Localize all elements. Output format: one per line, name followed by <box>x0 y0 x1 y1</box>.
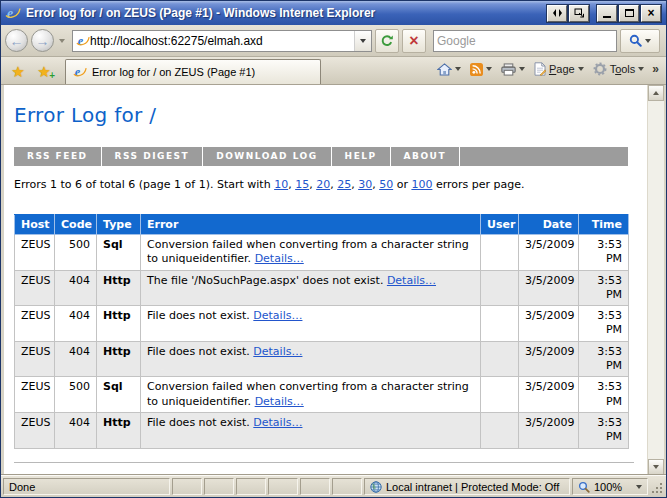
page-menu-label: Page <box>549 63 575 75</box>
status-panel <box>204 478 234 495</box>
resize-grip[interactable] <box>650 478 664 495</box>
history-dropdown-caret-icon[interactable] <box>59 39 65 43</box>
triangle-down-icon <box>653 465 659 469</box>
page-size-link[interactable]: 10 <box>274 178 288 191</box>
minimize-button[interactable] <box>597 5 617 22</box>
details-link[interactable]: Details… <box>253 309 302 322</box>
details-link[interactable]: Details… <box>387 274 436 287</box>
cell-host: ZEUS <box>15 306 55 342</box>
cell-type: Sql <box>97 377 141 413</box>
tab-error-log[interactable]: e Error log for / on ZEUS (Page #1) <box>65 59 321 84</box>
page-favicon-icon: e <box>76 34 90 48</box>
tools-menu-button[interactable]: Tools <box>589 59 649 79</box>
footer-divider <box>14 462 634 463</box>
cell-date: 3/5/2009 <box>519 306 579 342</box>
home-button[interactable] <box>433 60 465 79</box>
gear-icon <box>593 62 607 76</box>
search-button[interactable] <box>620 29 660 53</box>
cell-error: File does not exist. Details… <box>141 306 481 342</box>
nav-item-rss-feed[interactable]: RSS FEED <box>14 147 102 166</box>
col-header-code: Code <box>55 215 97 235</box>
col-header-time: Time <box>579 215 629 235</box>
popout-button[interactable] <box>569 5 589 22</box>
add-favorite-button[interactable]: ★ + <box>31 59 57 83</box>
nav-item-help[interactable]: HELP <box>332 147 391 166</box>
details-link[interactable]: Details… <box>253 345 302 358</box>
zoom-level: 100% <box>594 481 622 493</box>
col-header-type: Type <box>97 215 141 235</box>
nav-item-download-log[interactable]: DOWNLOAD LOG <box>203 147 331 166</box>
close-icon: × <box>647 8 654 18</box>
cell-date: 3/5/2009 <box>519 270 579 306</box>
forward-arrow-icon: → <box>36 34 50 48</box>
cell-type: Http <box>97 270 141 306</box>
triangle-up-icon <box>653 91 659 95</box>
col-header-error: Error <box>141 215 481 235</box>
vertical-scrollbar[interactable] <box>647 85 664 475</box>
cell-type: Sql <box>97 235 141 271</box>
cell-type: Http <box>97 341 141 377</box>
cell-host: ZEUS <box>15 235 55 271</box>
table-row: ZEUS500SqlConversion failed when convert… <box>15 235 629 271</box>
nav-item-about[interactable]: ABOUT <box>391 147 460 166</box>
back-arrow-icon: ← <box>10 34 24 48</box>
forward-button[interactable]: → <box>31 29 54 52</box>
details-link[interactable]: Details… <box>255 252 304 265</box>
favorites-button[interactable]: ★ <box>5 59 31 83</box>
chevron-down-icon <box>455 67 461 71</box>
title-bar: e Error log for / on ZEUS (Page #1) - Wi… <box>1 1 666 25</box>
status-panel <box>300 478 330 495</box>
refresh-button[interactable] <box>375 29 399 53</box>
pager-line: Errors 1 to 6 of total 6 (page 1 of 1). … <box>14 178 641 191</box>
ie-logo-icon: e <box>5 5 21 21</box>
address-toolbar: ← → e × <box>1 25 666 57</box>
back-button[interactable]: ← <box>5 29 28 52</box>
stop-icon: × <box>409 33 418 49</box>
col-header-date: Date <box>519 215 579 235</box>
magnifier-icon <box>578 481 590 493</box>
security-zone-panel[interactable]: Local intranet | Protected Mode: Off <box>364 478 570 495</box>
address-input[interactable] <box>90 34 354 48</box>
cell-type: Http <box>97 306 141 342</box>
page-size-link[interactable]: 20 <box>316 178 330 191</box>
address-dropdown-button[interactable] <box>354 31 371 51</box>
search-dropdown-caret-icon[interactable] <box>645 39 651 43</box>
address-bar[interactable]: e <box>72 30 372 52</box>
page-size-link[interactable]: 50 <box>379 178 393 191</box>
page-size-links: 10, 15, 20, 25, 30, 50 or 100 <box>274 178 432 191</box>
browser-window: e Error log for / on ZEUS (Page #1) - Wi… <box>0 0 667 498</box>
print-button[interactable] <box>497 60 529 79</box>
page-size-link[interactable]: 100 <box>411 178 432 191</box>
feeds-button[interactable] <box>466 60 496 79</box>
zoom-control[interactable]: 100% <box>572 478 648 495</box>
pager-text-after: errors per page. <box>432 178 524 191</box>
maximize-button[interactable] <box>619 5 639 22</box>
detach-button[interactable] <box>547 5 567 22</box>
page-menu-button[interactable]: Page <box>530 59 588 79</box>
popout-window-icon <box>574 8 585 18</box>
table-row: ZEUS404HttpThe file '/NoSuchPage.aspx' d… <box>15 270 629 306</box>
cell-error: File does not exist. Details… <box>141 341 481 377</box>
details-link[interactable]: Details… <box>255 395 304 408</box>
details-link[interactable]: Details… <box>253 416 302 429</box>
chevron-down-icon <box>519 67 525 71</box>
cell-type: Http <box>97 412 141 448</box>
tab-title: Error log for / on ZEUS (Page #1) <box>92 66 255 78</box>
scroll-down-button[interactable] <box>648 459 664 475</box>
cell-host: ZEUS <box>15 341 55 377</box>
page-size-link[interactable]: 15 <box>295 178 309 191</box>
search-box[interactable] <box>433 30 617 52</box>
tools-menu-label: Tools <box>610 63 636 75</box>
scroll-up-button[interactable] <box>648 85 664 101</box>
minimize-icon <box>603 16 611 18</box>
pager-text-before: Errors 1 to 6 of total 6 (page 1 of 1). … <box>14 178 274 191</box>
search-input[interactable] <box>437 34 616 48</box>
nav-item-rss-digest[interactable]: RSS DIGEST <box>102 147 204 166</box>
page-size-link[interactable]: 30 <box>358 178 372 191</box>
page-size-link[interactable]: 25 <box>337 178 351 191</box>
stop-button[interactable]: × <box>402 29 426 53</box>
toolbar-overflow-button[interactable]: » <box>649 62 662 76</box>
window-controls: × <box>547 5 661 22</box>
close-button[interactable]: × <box>641 5 661 22</box>
cell-user <box>481 270 519 306</box>
